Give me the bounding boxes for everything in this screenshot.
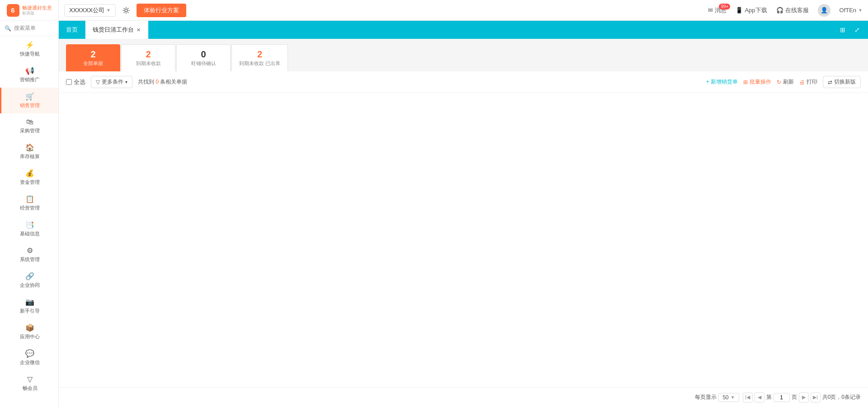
batch-icon: ⊞	[743, 79, 748, 85]
enterprise-icon: 🔗	[25, 272, 34, 281]
sales-icon: 🛒	[25, 92, 34, 101]
message-badge: 99+	[719, 4, 730, 9]
purchase-icon: 🛍	[26, 118, 33, 126]
logo-icon: 6	[7, 4, 19, 17]
user-dropdown-icon: ▼	[858, 8, 863, 13]
sidebar-item-operations[interactable]: 📋 经营管理	[0, 190, 58, 216]
app-center-icon: 📦	[25, 323, 34, 332]
header-right: ✉ 消息 99+ 📱 App下载 🎧 在线客服 👤 OfTEn ▼	[708, 4, 863, 17]
nav-tabs: 首页 钱货日清工作台 ✕ ⊞ ⤢	[59, 21, 868, 39]
stats-tab-overdue[interactable]: 2 到期未收款	[121, 44, 175, 71]
toolbar-right: + 新增销货单 ⊞ 批量操作 ↻ 刷新 🖨 打印 ⇄ 切换新版	[706, 76, 861, 88]
stats-tab-overdue-shipped[interactable]: 2 到期未收款 已出库	[231, 44, 288, 71]
system-icon: ⚙	[27, 246, 33, 255]
tab-cash-flow[interactable]: 钱货日清工作台 ✕	[85, 21, 148, 39]
toolbar: 全选 ▽ 更多条件 ▾ 共找到 0 条相关单据 + 新增销货单 ⊞	[59, 71, 868, 93]
sidebar-item-basic-info[interactable]: 📑 基础信息	[0, 216, 58, 242]
svg-point-0	[125, 9, 127, 12]
basic-info-icon: 📑	[25, 220, 34, 229]
sidebar-item-sales[interactable]: 🛒 销售管理	[0, 88, 58, 113]
filter-chevron-icon: ▾	[125, 80, 127, 84]
main-content: 2 全部单据 2 到期未收款 0 旺铺待确认 2 到期未收款 已出库 全选	[59, 39, 868, 407]
pagination: 每页显示 50 ▼ |◀ ◀ 第 页 ▶ ▶| 共0页，0条记录	[59, 387, 868, 407]
print-button[interactable]: 🖨 打印	[799, 78, 817, 86]
switch-version-button[interactable]: ⇄ 切换新版	[823, 76, 861, 88]
batch-operation-button[interactable]: ⊞ 批量操作	[743, 78, 771, 86]
page-size-dropdown[interactable]: 50 ▼	[718, 393, 739, 402]
sidebar-item-marketing[interactable]: 📢 营销推广	[0, 62, 58, 88]
phone-icon: 📱	[736, 7, 743, 14]
prev-page-button[interactable]: ◀	[755, 393, 764, 402]
found-count-display: 共找到 0 条相关单据	[138, 78, 187, 86]
fullscreen-icon[interactable]: ⤢	[852, 24, 863, 35]
page-size-arrow-icon: ▼	[731, 395, 735, 400]
user-icon: 👤	[821, 7, 828, 14]
marketing-icon: 📢	[25, 66, 34, 75]
stats-tabs: 2 全部单据 2 到期未收款 0 旺铺待确认 2 到期未收款 已出库	[59, 39, 868, 71]
sidebar-item-wechat[interactable]: 💬 企业微信	[0, 345, 58, 370]
tab-actions: ⊞ ⤢	[837, 24, 868, 35]
sidebar-item-enterprise[interactable]: 🔗 企业协同	[0, 267, 58, 293]
table-area	[59, 93, 868, 387]
quick-nav-icon: ⚡	[25, 41, 34, 49]
sidebar-logo: 6 畅捷通好生意 标准版	[0, 0, 58, 21]
next-page-button[interactable]: ▶	[799, 393, 809, 402]
page-summary: 共0页，0条记录	[822, 393, 861, 401]
search-menu[interactable]: 🔍 搜索菜单	[0, 21, 58, 36]
operations-icon: 📋	[25, 195, 34, 203]
finance-icon: 💰	[25, 169, 34, 178]
filter-icon: ▽	[96, 79, 100, 85]
service-icon: 🎧	[776, 7, 783, 14]
app-download-button[interactable]: 📱 App下载	[736, 6, 767, 14]
sidebar-item-member[interactable]: ▽ 畅会员	[0, 370, 58, 396]
header-left: XXXXXX公司 ▼ 体验行业方案	[64, 4, 186, 17]
refresh-icon: ↻	[777, 79, 781, 85]
print-icon: 🖨	[799, 79, 805, 85]
select-all-checkbox[interactable]: 全选	[66, 78, 85, 86]
sidebar: 6 畅捷通好生意 标准版 🔍 搜索菜单 ⚡ 快捷导航 📢 营销推广 🛒 销售管理…	[0, 0, 59, 407]
sidebar-item-app-center[interactable]: 📦 应用中心	[0, 319, 58, 345]
tab-home[interactable]: 首页	[59, 21, 85, 39]
logo-text: 畅捷通好生意 标准版	[22, 5, 52, 16]
sidebar-item-finance[interactable]: 💰 资金管理	[0, 164, 58, 190]
sidebar-item-purchase[interactable]: 🛍 采购管理	[0, 113, 58, 139]
online-service-button[interactable]: 🎧 在线客服	[776, 6, 809, 14]
stats-tab-all[interactable]: 2 全部单据	[66, 44, 120, 71]
search-icon: 🔍	[5, 25, 11, 32]
wechat-icon: 💬	[25, 349, 34, 358]
content-area: 2 全部单据 2 到期未收款 0 旺铺待确认 2 到期未收款 已出库 全选	[59, 39, 868, 407]
switch-icon: ⇄	[828, 79, 832, 85]
member-icon: ▽	[27, 375, 33, 384]
dropdown-arrow-icon: ▼	[106, 8, 111, 13]
first-page-button[interactable]: |◀	[743, 393, 753, 402]
expand-icon[interactable]: ⊞	[837, 24, 848, 35]
inventory-icon: 🏠	[25, 143, 34, 152]
sidebar-item-system[interactable]: ⚙ 系统管理	[0, 242, 58, 267]
stats-tab-wangwang[interactable]: 0 旺铺待确认	[176, 44, 231, 71]
add-sales-order-button[interactable]: + 新增销货单	[706, 78, 738, 86]
messages-button[interactable]: ✉ 消息 99+	[708, 6, 726, 14]
message-icon: ✉	[708, 7, 713, 14]
guide-icon: 📷	[25, 298, 34, 306]
page-navigation: |◀ ◀ 第 页 ▶ ▶| 共0页，0条记录	[743, 393, 861, 402]
select-all-input[interactable]	[66, 79, 72, 85]
last-page-button[interactable]: ▶|	[811, 393, 821, 402]
filter-button[interactable]: ▽ 更多条件 ▾	[91, 76, 132, 88]
avatar[interactable]: 👤	[818, 4, 830, 17]
trial-button[interactable]: 体验行业方案	[137, 4, 186, 17]
settings-button[interactable]	[119, 4, 133, 17]
page-size-selector: 每页显示 50 ▼	[695, 393, 739, 402]
tab-close-icon[interactable]: ✕	[137, 27, 141, 33]
username-display: OfTEn ▼	[840, 7, 863, 14]
sidebar-item-quick-nav[interactable]: ⚡ 快捷导航	[0, 36, 58, 62]
company-selector[interactable]: XXXXXX公司 ▼	[64, 4, 116, 17]
top-header: XXXXXX公司 ▼ 体验行业方案 ✉ 消息 99+ 📱 App下载 🎧 在线客…	[59, 0, 868, 21]
sidebar-item-guide[interactable]: 📷 新手引导	[0, 293, 58, 319]
refresh-button[interactable]: ↻ 刷新	[777, 78, 794, 86]
page-number-input[interactable]	[774, 393, 790, 402]
sidebar-nav: ⚡ 快捷导航 📢 营销推广 🛒 销售管理 🛍 采购管理 🏠 库存核算 💰 资金管…	[0, 36, 58, 407]
toolbar-left: 全选 ▽ 更多条件 ▾ 共找到 0 条相关单据	[66, 76, 701, 88]
sidebar-item-inventory[interactable]: 🏠 库存核算	[0, 139, 58, 164]
